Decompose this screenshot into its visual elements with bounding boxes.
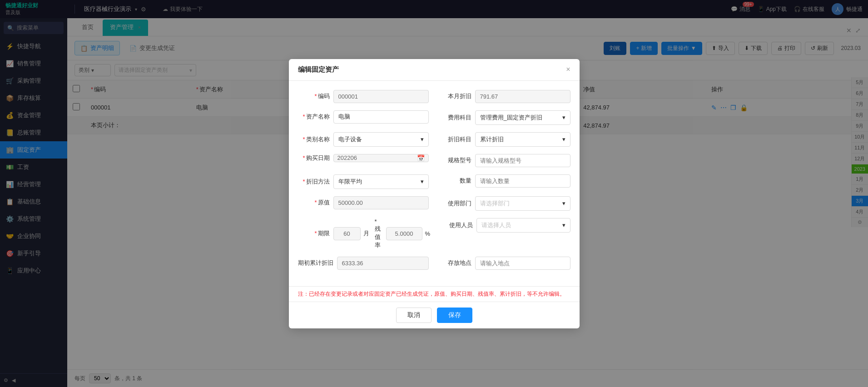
code-label: *编码 bbox=[298, 92, 330, 100]
form-col-location: 存放地点 bbox=[440, 257, 570, 270]
dep-account-select[interactable]: 累计折旧 ▾ bbox=[475, 132, 570, 147]
form-col-original-value: *原值 bbox=[298, 196, 429, 211]
form-item-initial-dep: 期初累计折旧 bbox=[298, 257, 429, 270]
dep-method-select[interactable]: 年限平均 ▾ bbox=[333, 174, 429, 189]
expense-account-select[interactable]: 管理费用_固定资产折旧 ▾ bbox=[475, 110, 570, 125]
form-item-dep-account: 折旧科目 累计折旧 ▾ bbox=[440, 132, 570, 147]
form-item-period-residual: *期限 月 *残值率 % bbox=[298, 218, 431, 249]
form-item-spec-model: 规格型号 bbox=[440, 154, 570, 167]
purchase-date-field[interactable]: 202206 📅 bbox=[333, 154, 429, 162]
form-row-8: 期初累计折旧 存放地点 bbox=[298, 257, 570, 270]
form-row-1: *编码 本月折旧 bbox=[298, 90, 570, 103]
residual-rate-input[interactable] bbox=[386, 227, 422, 240]
dept-label: 使用部门 bbox=[440, 199, 471, 208]
dep-account-label: 折旧科目 bbox=[440, 135, 471, 144]
residual-rate-unit-label: % bbox=[425, 230, 431, 237]
dep-account-chevron-icon: ▾ bbox=[562, 136, 565, 143]
period-unit-label: 月 bbox=[363, 229, 369, 238]
form-col-asset-name: *资产名称 bbox=[298, 110, 429, 125]
form-row-4: *购买日期 202206 📅 规格型号 bbox=[298, 154, 570, 167]
dep-method-label: *折旧方法 bbox=[298, 178, 330, 186]
form-row-2: *资产名称 费用科目 管理费用_固定资产折旧 ▾ bbox=[298, 110, 570, 125]
monthly-dep-input[interactable] bbox=[475, 90, 570, 103]
form-item-asset-name: *资产名称 bbox=[298, 110, 429, 124]
form-row-7: *期限 月 *残值率 % 使用人员 请选择人员 bbox=[298, 218, 570, 249]
person-select[interactable]: 请选择人员 ▾ bbox=[476, 218, 570, 233]
form-col-quantity: 数量 bbox=[440, 174, 570, 189]
asset-name-input[interactable] bbox=[333, 110, 429, 124]
form-col-dep-method: *折旧方法 年限平均 ▾ bbox=[298, 174, 429, 189]
modal-note: 注：已经存在变更记录或者对应固定资产已经生成凭证，原值、购买日期、残值率、累计折… bbox=[289, 286, 580, 302]
form-col-category: *类别名称 电子设备 ▾ bbox=[298, 132, 429, 147]
period-label: *期限 bbox=[298, 229, 330, 238]
edit-asset-modal: 编辑固定资产 × *编码 本月折旧 bbox=[289, 59, 580, 328]
modal-close-icon[interactable]: × bbox=[566, 65, 570, 74]
form-col-monthly-dep: 本月折旧 bbox=[440, 90, 570, 103]
form-col-spec-model: 规格型号 bbox=[440, 154, 570, 167]
form-col-initial-dep: 期初累计折旧 bbox=[298, 257, 429, 270]
category-select[interactable]: 电子设备 ▾ bbox=[333, 132, 429, 147]
quantity-input[interactable] bbox=[475, 174, 570, 188]
form-item-purchase-date: *购买日期 202206 📅 bbox=[298, 154, 429, 162]
form-col-dept: 使用部门 请选择部门 ▾ bbox=[440, 196, 570, 211]
form-item-expense-account: 费用科目 管理费用_固定资产折旧 ▾ bbox=[440, 110, 570, 125]
form-col-dep-account: 折旧科目 累计折旧 ▾ bbox=[440, 132, 570, 147]
location-input[interactable] bbox=[475, 257, 570, 270]
form-col-purchase-date: *购买日期 202206 📅 bbox=[298, 154, 429, 167]
quantity-label: 数量 bbox=[440, 177, 471, 185]
save-button[interactable]: 保存 bbox=[437, 308, 472, 323]
modal-footer: 取消 保存 bbox=[289, 302, 580, 328]
form-item-code: *编码 bbox=[298, 90, 429, 103]
residual-rate-label-inline: *残值率 bbox=[375, 218, 381, 249]
modal-header: 编辑固定资产 × bbox=[289, 59, 580, 81]
dep-method-chevron-icon: ▾ bbox=[421, 178, 424, 185]
code-input[interactable] bbox=[333, 90, 429, 103]
form-col-code: *编码 bbox=[298, 90, 429, 103]
form-row-5: *折旧方法 年限平均 ▾ 数量 bbox=[298, 174, 570, 189]
spec-model-input[interactable] bbox=[475, 154, 570, 167]
expense-account-chevron-icon: ▾ bbox=[562, 114, 565, 121]
form-item-original-value: *原值 bbox=[298, 196, 429, 209]
form-item-person: 使用人员 请选择人员 ▾ bbox=[441, 218, 570, 233]
form-row-3: *类别名称 电子设备 ▾ 折旧科目 累计折旧 ▾ bbox=[298, 132, 570, 147]
initial-dep-label: 期初累计折旧 bbox=[298, 259, 333, 267]
form-item-dep-method: *折旧方法 年限平均 ▾ bbox=[298, 174, 429, 189]
form-item-quantity: 数量 bbox=[440, 174, 570, 188]
form-item-category: *类别名称 电子设备 ▾ bbox=[298, 132, 429, 147]
period-residual-group: 月 *残值率 % bbox=[333, 218, 431, 249]
spec-model-label: 规格型号 bbox=[440, 156, 471, 164]
form-col-person: 使用人员 请选择人员 ▾ bbox=[441, 218, 570, 249]
form-item-location: 存放地点 bbox=[440, 257, 570, 270]
category-label: *类别名称 bbox=[298, 135, 330, 144]
person-label: 使用人员 bbox=[441, 221, 473, 229]
original-value-label: *原值 bbox=[298, 198, 330, 207]
person-chevron-icon: ▾ bbox=[562, 222, 565, 228]
form-row-6: *原值 使用部门 请选择部门 ▾ bbox=[298, 196, 570, 211]
purchase-date-label: *购买日期 bbox=[298, 154, 330, 162]
location-label: 存放地点 bbox=[440, 259, 471, 267]
form-item-monthly-dep: 本月折旧 bbox=[440, 90, 570, 103]
original-value-input[interactable] bbox=[333, 196, 429, 209]
purchase-date-value: 202206 bbox=[337, 154, 417, 161]
asset-name-label: *资产名称 bbox=[298, 113, 330, 121]
category-chevron-icon: ▾ bbox=[421, 136, 424, 143]
period-input[interactable] bbox=[333, 227, 361, 240]
form-item-dept: 使用部门 请选择部门 ▾ bbox=[440, 196, 570, 211]
form-col-period-residual: *期限 月 *残值率 % bbox=[298, 218, 431, 249]
initial-dep-input[interactable] bbox=[337, 257, 429, 270]
modal-title: 编辑固定资产 bbox=[298, 65, 339, 74]
dept-select[interactable]: 请选择部门 ▾ bbox=[475, 196, 570, 211]
form-col-expense-account: 费用科目 管理费用_固定资产折旧 ▾ bbox=[440, 110, 570, 125]
expense-account-label: 费用科目 bbox=[440, 114, 471, 122]
calendar-icon[interactable]: 📅 bbox=[417, 154, 425, 162]
dept-chevron-icon: ▾ bbox=[562, 200, 565, 207]
monthly-dep-label: 本月折旧 bbox=[440, 92, 471, 100]
modal-overlay[interactable]: 编辑固定资产 × *编码 本月折旧 bbox=[0, 0, 868, 387]
cancel-button[interactable]: 取消 bbox=[396, 308, 432, 323]
modal-body: *编码 本月折旧 *资产名称 bbox=[289, 81, 580, 286]
